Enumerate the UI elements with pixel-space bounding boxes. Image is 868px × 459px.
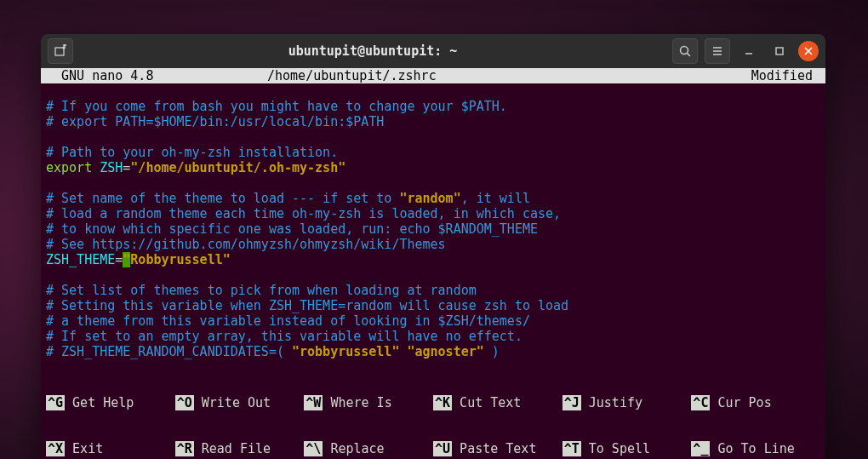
- terminal-body[interactable]: GNU nano 4.8 /home/ubuntupit/.zshrc Modi…: [41, 68, 825, 459]
- close-button[interactable]: [798, 41, 819, 61]
- shortcut: ^X Exit: [46, 441, 175, 456]
- nano-filename: /home/ubuntupit/.zshrc: [267, 68, 735, 83]
- menu-button[interactable]: [705, 38, 730, 64]
- editor-line: # If set to an empty array, this variabl…: [46, 329, 523, 344]
- svg-rect-0: [55, 48, 64, 55]
- editor-line: # See https://github.com/ohmyzsh/ohmyzsh…: [46, 237, 446, 252]
- editor-line: # Path to your oh-my-zsh installation.: [46, 145, 338, 160]
- svg-line-2: [688, 54, 691, 57]
- shortcut: ^T To Spell: [562, 441, 692, 456]
- shortcut: ^\ Replace: [304, 441, 433, 456]
- terminal-window: ubuntupit@ubuntupit: ~: [41, 34, 825, 459]
- editor-line: export ZSH="/home/ubuntupit/.oh-my-zsh": [46, 160, 345, 175]
- new-tab-icon: [54, 44, 67, 58]
- editor-content[interactable]: # If you come from bash you might have t…: [41, 83, 825, 363]
- editor-line: # ZSH_THEME_RANDOM_CANDIDATES=( "robbyru…: [46, 344, 500, 359]
- editor-line: # load a random theme each time oh-my-zs…: [46, 206, 561, 221]
- minimize-button[interactable]: [737, 39, 761, 63]
- editor-line: # If you come from bash you might have t…: [46, 99, 507, 114]
- shortcut: ^K Cut Text: [433, 395, 562, 410]
- editor-line: # a theme from this variable instead of …: [46, 313, 530, 329]
- shortcut: ^R Read File: [175, 441, 305, 456]
- shortcut: ^W Where Is: [304, 395, 433, 410]
- svg-rect-7: [776, 48, 783, 55]
- editor-line: ZSH_THEME="Robbyrussell": [46, 252, 231, 267]
- minimize-icon: [743, 45, 755, 57]
- search-button[interactable]: [672, 38, 698, 64]
- cursor: ": [123, 252, 130, 267]
- editor-line: # Set name of the theme to load --- if s…: [46, 191, 530, 206]
- nano-modified: Modified: [735, 68, 820, 83]
- editor-line: # Setting this variable when ZSH_THEME=r…: [46, 298, 568, 313]
- window-title: ubuntupit@ubuntupit: ~: [73, 43, 672, 59]
- shortcut: ^_ Go To Line: [691, 441, 820, 456]
- shortcut-row: ^G Get Help ^O Write Out ^W Where Is ^K …: [46, 395, 820, 410]
- editor-line: # to know which specific one was loaded,…: [46, 221, 538, 237]
- nano-app-name: GNU nano 4.8: [46, 68, 267, 83]
- shortcut: ^J Justify: [562, 395, 692, 410]
- shortcut: ^G Get Help: [46, 395, 175, 410]
- shortcut-row: ^X Exit ^R Read File ^\ Replace ^U Paste…: [46, 441, 820, 456]
- close-icon: [803, 46, 814, 56]
- nano-statusbar: GNU nano 4.8 /home/ubuntupit/.zshrc Modi…: [41, 68, 825, 83]
- maximize-button[interactable]: [768, 39, 791, 63]
- editor-line: # export PATH=$HOME/bin:/usr/local/bin:$…: [46, 114, 384, 129]
- svg-point-1: [681, 47, 688, 55]
- shortcut: ^U Paste Text: [433, 441, 562, 456]
- titlebar: ubuntupit@ubuntupit: ~: [41, 34, 825, 68]
- maximize-icon: [774, 45, 785, 57]
- nano-shortcuts: ^G Get Help ^O Write Out ^W Where Is ^K …: [41, 363, 825, 459]
- shortcut: ^C Cur Pos: [691, 395, 820, 410]
- shortcut: ^O Write Out: [175, 395, 305, 410]
- editor-line: # Set list of themes to pick from when l…: [46, 283, 477, 298]
- new-tab-button[interactable]: [48, 38, 73, 64]
- search-icon: [678, 44, 692, 58]
- hamburger-icon: [711, 44, 724, 58]
